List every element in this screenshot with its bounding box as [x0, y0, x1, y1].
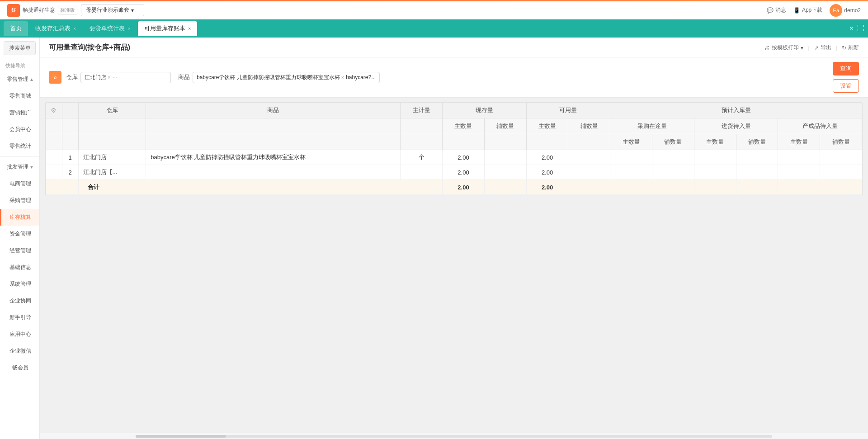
- col-incoming-header: 进货待入量: [694, 118, 778, 134]
- sidebar-item-finance[interactable]: 资金管理: [0, 226, 39, 242]
- table-row: 1 江北门店 babycare学饮杯 儿童防摔防撞吸管杯重力球吸嘴杯宝宝水杯 个…: [46, 150, 862, 165]
- row2-avail-main: 2.00: [526, 165, 568, 180]
- sidebar-item-enterprise-collab[interactable]: 企业协同: [0, 293, 39, 309]
- col-product-subheader: [146, 118, 401, 134]
- tab-receivable[interactable]: 收发存汇总表 ×: [29, 21, 82, 36]
- org-selector[interactable]: 母婴行业演示账套 ▾: [81, 4, 144, 16]
- org-name: 母婴行业演示账套: [86, 6, 129, 14]
- row2-settings: [46, 165, 62, 180]
- tab-receivable-close[interactable]: ×: [73, 26, 76, 31]
- sidebar-item-retail-mgmt[interactable]: 零售管理 ▲: [0, 71, 39, 88]
- tab-home[interactable]: 首页: [4, 21, 28, 36]
- sidebar-item-retail-store[interactable]: 零售商城: [0, 88, 39, 104]
- table-container: ⚙ 仓库 商品 主计量 现存量 可用量 预计入库量: [45, 102, 863, 195]
- col-unit-header: 主计量: [401, 103, 443, 118]
- sidebar-enterprise-collab-label: 企业协同: [9, 297, 31, 304]
- tab-order-stats-close[interactable]: ×: [127, 26, 130, 31]
- total-products-main: [778, 180, 820, 195]
- col-product-header: 商品: [146, 103, 401, 118]
- top-bar: 好 畅捷通好生意 标准版 母婴行业演示账套 ▾ 💬 消息 📱 App下载 Ea …: [0, 1, 868, 19]
- refresh-btn[interactable]: ↻ 刷新: [842, 44, 859, 52]
- sidebar-retail-store-label: 零售商城: [9, 93, 31, 99]
- col-incoming-main-header: 主数量: [694, 134, 736, 150]
- tab-available-stock-close[interactable]: ×: [188, 26, 191, 31]
- row1-products-main: [778, 150, 820, 165]
- tab-order-stats[interactable]: 要货单统计表 ×: [83, 21, 137, 36]
- total-purchase-transit-aux: [652, 180, 694, 195]
- sidebar-item-enterprise-wechat[interactable]: 企业微信: [0, 343, 39, 359]
- row2-unit: [401, 165, 443, 180]
- col-forecast-header: 预计入库量: [610, 103, 862, 118]
- sidebar-item-purchase-mgmt[interactable]: 采购管理: [0, 192, 39, 209]
- action-divider-2: |: [836, 44, 837, 51]
- window-expand-icon[interactable]: ⛶: [857, 24, 864, 33]
- sidebar-item-retail-stats[interactable]: 零售统计: [0, 138, 39, 155]
- sidebar-item-basic-info[interactable]: 基础信息: [0, 259, 39, 276]
- sidebar-item-wholesale-mgmt[interactable]: 批发管理 ▼: [0, 159, 39, 175]
- export-label: 导出: [821, 44, 831, 52]
- settings-btn[interactable]: 设置: [833, 79, 859, 93]
- sidebar-system-mgmt-label: 系统管理: [9, 281, 31, 287]
- col-available-header: 可用量: [526, 103, 610, 118]
- col-purchase-transit-aux-header: 辅数量: [652, 134, 694, 150]
- row1-products-aux: [820, 150, 862, 165]
- user-area[interactable]: Ea demo2: [830, 4, 861, 17]
- row1-index: 1: [62, 150, 78, 165]
- sidebar-search-btn[interactable]: 搜索菜单: [4, 41, 36, 55]
- product-tag-2: babycare?...: [346, 74, 376, 80]
- sidebar-item-app-center[interactable]: 应用中心: [0, 326, 39, 343]
- sidebar-member-center-label: 会员中心: [9, 126, 31, 132]
- app-download-btn[interactable]: 📱 App下载: [793, 6, 822, 14]
- sidebar-wholesale-mgmt-label: 批发管理: [7, 163, 28, 171]
- row1-avail-main: 2.00: [526, 150, 568, 165]
- total-incoming-main: [694, 180, 736, 195]
- row1-settings: [46, 150, 62, 165]
- product-filter-input[interactable]: babycare学饮杯 儿童防摔防撞吸管杯重力球吸嘴杯宝宝水杯 × babyca…: [193, 72, 380, 83]
- row1-avail-aux: [568, 150, 610, 165]
- refresh-icon: ↻: [842, 45, 846, 51]
- sidebar-purchase-mgmt-label: 采购管理: [9, 197, 31, 203]
- page-header: 可用量查询(按仓库+商品) 🖨 按模板打印 ▾ | ↗ 导出 | ↻ 刷新: [40, 38, 868, 57]
- retail-mgmt-arrow-icon: ▲: [29, 77, 34, 82]
- product-tag-1-value: babycare学饮杯 儿童防摔防撞吸管杯重力球吸嘴杯宝宝水杯: [197, 74, 340, 81]
- filter-row: 仓库 江北门店 × ··· 商品 babycare学饮杯 儿童防摔防撞吸管杯重力…: [66, 72, 828, 83]
- warehouse-more-icon[interactable]: ···: [112, 74, 118, 81]
- export-btn[interactable]: ↗ 导出: [814, 44, 831, 52]
- filter-area: » 仓库 江北门店 × ··· 商品: [40, 57, 868, 98]
- tab-available-stock[interactable]: 可用量库存账本 ×: [138, 21, 197, 36]
- action-divider-1: |: [808, 44, 809, 51]
- warehouse-filter-input[interactable]: 江北门店 × ···: [80, 72, 171, 83]
- sidebar-item-new-guide[interactable]: 新手引导: [0, 309, 39, 326]
- sidebar-item-operations[interactable]: 经营管理: [0, 242, 39, 259]
- total-label: 合计: [78, 180, 443, 195]
- warehouse-filter-group: 仓库 江北门店 × ···: [66, 72, 171, 83]
- col-purchase-transit-header: 采购在途量: [610, 118, 694, 134]
- warehouse-tag-close[interactable]: ×: [108, 75, 110, 80]
- sidebar-item-marketing[interactable]: 营销推广: [0, 104, 39, 121]
- sidebar-item-ecommerce[interactable]: 电商管理: [0, 175, 39, 192]
- sidebar: 搜索菜单 快捷导航 零售管理 ▲ 零售商城 营销推广 会员中心 零售统计 批发管…: [0, 38, 40, 439]
- col-warehouse-header: 仓库: [78, 103, 146, 118]
- sidebar-item-inventory[interactable]: 库存核算: [0, 209, 39, 226]
- sidebar-item-member-center[interactable]: 会员中心: [0, 121, 39, 138]
- row2-current-aux: [484, 165, 526, 180]
- sidebar-item-system-mgmt[interactable]: 系统管理: [0, 276, 39, 293]
- tab-bar-actions: × ⛶: [849, 24, 864, 33]
- template-print-btn[interactable]: 🖨 按模板打印 ▾: [764, 44, 803, 52]
- row2-index: 2: [62, 165, 78, 180]
- sidebar-retail-mgmt-label: 零售管理: [7, 76, 28, 83]
- table-settings-icon[interactable]: ⚙: [51, 107, 57, 114]
- scrollbar-track[interactable]: [136, 435, 772, 438]
- sidebar-item-vip-member[interactable]: 畅会员: [0, 359, 39, 376]
- print-dropdown-icon: ▾: [801, 45, 803, 51]
- filter-toggle-btn[interactable]: »: [49, 71, 61, 84]
- page-actions: 🖨 按模板打印 ▾ | ↗ 导出 | ↻ 刷新: [764, 44, 859, 52]
- message-btn[interactable]: 💬 消息: [767, 6, 786, 14]
- row2-products-aux: [820, 165, 862, 180]
- product-tag-1-close[interactable]: ×: [341, 75, 344, 80]
- scrollbar-thumb[interactable]: [136, 435, 226, 438]
- col-settings-subheader: [46, 118, 62, 134]
- total-purchase-transit-main: [610, 180, 652, 195]
- window-close-icon[interactable]: ×: [849, 24, 854, 33]
- query-btn[interactable]: 查询: [833, 62, 859, 76]
